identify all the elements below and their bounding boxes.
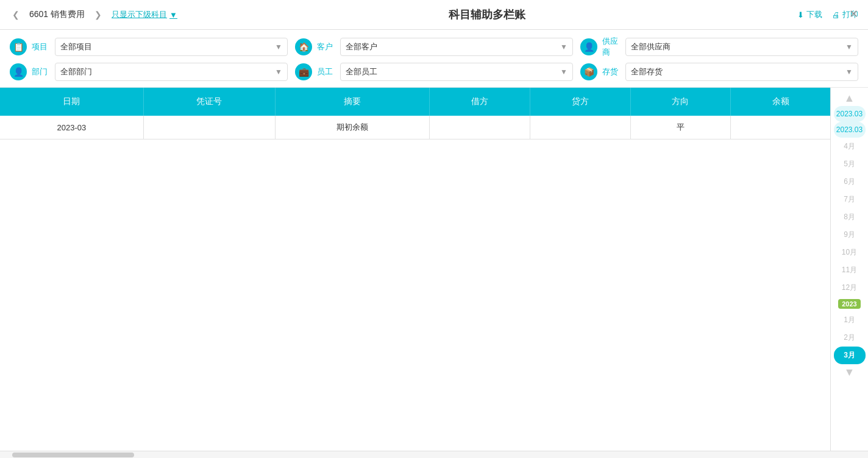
timeline-month-7[interactable]: 7月 [834,191,866,208]
timeline-month-1[interactable]: 1月 [834,311,866,329]
cell-debit [429,116,530,139]
col-summary: 摘要 [275,88,429,116]
filter-customer: 🏠 客户 全部客户 ▼ [295,36,573,58]
timeline-month-11[interactable]: 11月 [834,261,866,279]
timeline-month-6[interactable]: 6月 [834,173,866,191]
prev-account-btn[interactable]: ❮ [10,9,22,21]
year-badge: 2023 [838,299,860,309]
filter-employee: 💼 员工 全部员工 ▼ [295,63,573,81]
content-area: 日期 凭证号 摘要 借方 贷方 方向 余额 2023-03 期初余额 [0,88,868,451]
side-timeline: ▲ 2023.03 2023.03 4月 5月 6月 7月 8月 9月 10月 … [830,88,868,451]
inventory-icon: 📦 [580,63,597,80]
cell-balance [731,116,830,139]
col-credit: 贷方 [530,88,630,116]
timeline-month-4[interactable]: 4月 [834,138,866,155]
col-direction: 方向 [630,88,731,116]
filter-inventory: 📦 存货 全部存货 ▼ [580,63,858,81]
print-icon: 🖨 [832,10,840,19]
header: ❮ 6601 销售费用 ❯ 只显示下级科目 ▼ 科目辅助多栏账 ⬇ 下载 🖨 打… [0,0,868,30]
timeline-period-2[interactable]: 2023.03 [834,122,866,138]
col-balance: 余额 [731,88,830,116]
timeline-month-10[interactable]: 10月 [834,244,866,261]
account-code: 6601 销售费用 [29,9,85,20]
filters-panel: 📋 项目 全部项目 ▼ 🏠 客户 全部客户 ▼ 👤 供应商 全部供应 [0,30,868,88]
timeline-top-periods: 2023.03 2023.03 [831,106,868,138]
supplier-select[interactable]: 全部供应商 ▼ [625,38,858,56]
project-icon: 📋 [10,38,27,55]
project-select[interactable]: 全部项目 ▼ [55,38,288,56]
table-row: 2023-03 期初余额 平 [0,116,830,139]
data-table: 日期 凭证号 摘要 借方 贷方 方向 余额 2023-03 期初余额 [0,88,830,139]
download-button[interactable]: ⬇ 下载 [797,9,822,20]
horizontal-scrollbar[interactable] [0,451,868,458]
customer-icon: 🏠 [295,38,312,55]
filter-department: 👤 部门 全部部门 ▼ [10,63,288,81]
col-date: 日期 [0,88,143,116]
employee-icon: 💼 [295,63,312,80]
col-debit: 借方 [429,88,530,116]
timeline-month-3-active[interactable]: 3月 [834,347,866,364]
timeline-month-8[interactable]: 8月 [834,208,866,226]
filter-project: 📋 项目 全部项目 ▼ [10,36,288,58]
customer-select[interactable]: 全部客户 ▼ [340,38,573,56]
page-title: 科目辅助多栏账 [185,7,790,22]
timeline-month-9[interactable]: 9月 [834,226,866,244]
timeline-month-5[interactable]: 5月 [834,155,866,173]
timeline-up-btn[interactable]: ▲ [842,90,858,106]
cell-summary: 期初余额 [275,116,429,139]
employee-select[interactable]: 全部员工 ▼ [340,63,573,81]
timeline-month-12[interactable]: 12月 [834,279,866,297]
supplier-icon: 👤 [580,38,597,55]
table-header-row: 日期 凭证号 摘要 借方 贷方 方向 余额 [0,88,830,116]
table-container: 日期 凭证号 摘要 借方 贷方 方向 余额 2023-03 期初余额 [0,88,830,451]
main-window: ❮ 6601 销售费用 ❯ 只显示下级科目 ▼ 科目辅助多栏账 ⬇ 下载 🖨 打… [0,0,868,458]
col-voucher: 凭证号 [143,88,275,116]
cell-credit [530,116,630,139]
timeline-down-btn[interactable]: ▼ [842,364,858,380]
cell-voucher [143,116,275,139]
inventory-select[interactable]: 全部存货 ▼ [625,63,858,81]
department-select[interactable]: 全部部门 ▼ [55,63,288,81]
download-icon: ⬇ [797,10,804,19]
timeline-period-1[interactable]: 2023.03 [834,106,866,122]
show-sub-button[interactable]: 只显示下级科目 ▼ [112,9,177,20]
filter-supplier: 👤 供应商 全部供应商 ▼ [580,36,858,58]
close-button[interactable]: ✕ [849,7,858,21]
scrollbar-thumb[interactable] [12,453,134,457]
cell-date: 2023-03 [0,116,143,139]
next-account-btn[interactable]: ❯ [92,9,104,21]
department-icon: 👤 [10,63,27,80]
timeline-month-2[interactable]: 2月 [834,329,866,347]
cell-direction: 平 [630,116,731,139]
